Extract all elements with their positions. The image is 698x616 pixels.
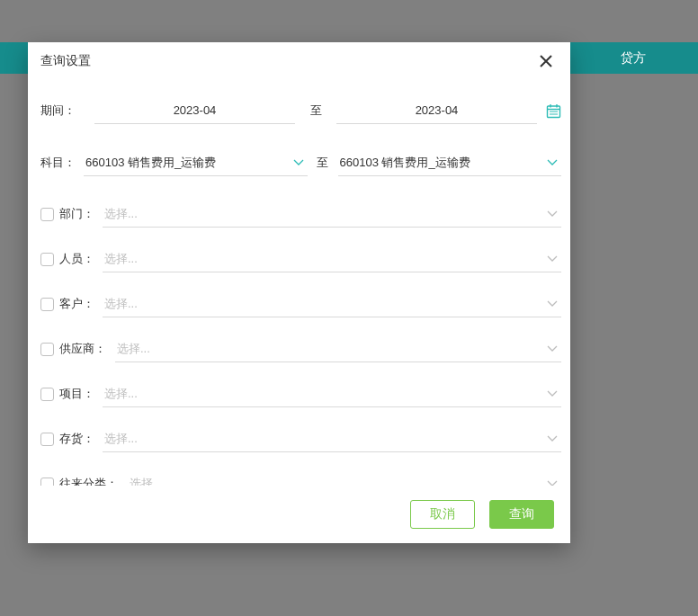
checkbox-project[interactable] [40,388,54,401]
filter-row-department: 部门：选择... [40,192,561,237]
modal-footer: 取消 查询 [28,486,570,543]
chevron-down-icon [547,300,558,308]
chevron-down-icon[interactable] [293,159,304,166]
checkbox-supplier[interactable] [40,343,54,356]
subject-to-wrap[interactable]: 660103 销售费用_运输费 [338,149,562,176]
query-settings-modal: 查询设置 期间： 至 [28,42,570,543]
checkbox-inventory[interactable] [40,433,54,446]
checkbox-customer[interactable] [40,298,54,311]
checkbox-person[interactable] [40,253,54,266]
period-row: 期间： 至 [40,93,561,129]
filter-select-supplier[interactable]: 选择... [115,335,561,362]
period-from-wrap[interactable] [94,97,295,124]
filter-placeholder: 选择... [103,251,547,267]
filter-label-inventory: 存货： [59,431,97,447]
filter-placeholder: 选择... [103,386,547,402]
checkbox-department[interactable] [40,208,54,221]
filter-row-inventory: 存货：选择... [40,416,561,461]
period-to-input[interactable] [336,103,537,117]
cancel-button[interactable]: 取消 [410,500,475,529]
filter-placeholder: 选择... [115,341,547,357]
subject-from-value: 660103 销售费用_运输费 [84,155,293,171]
filter-row-contact-cat: 往来分类：选择... [40,461,561,486]
filter-select-person[interactable]: 选择... [103,246,561,272]
filter-select-customer[interactable]: 选择... [103,290,561,317]
period-label: 期间： [40,103,94,119]
filter-label-department: 部门： [59,206,97,222]
subject-from-wrap[interactable]: 660103 销售费用_运输费 [84,149,308,176]
chevron-down-icon [547,435,558,442]
filter-placeholder: 选择... [103,296,547,312]
subject-label: 科目： [40,155,84,171]
period-from-input[interactable] [94,103,295,117]
filter-label-person: 人员： [59,251,97,267]
period-to-wrap[interactable] [336,97,537,124]
subject-to-value: 660103 销售费用_运输费 [338,155,548,171]
modal-title: 查询设置 [40,53,91,69]
filter-select-contact-cat[interactable]: 选择... [128,470,561,486]
filter-row-person: 人员：选择... [40,237,561,281]
submit-button[interactable]: 查询 [489,500,554,529]
filter-select-inventory[interactable]: 选择... [103,425,561,452]
checkbox-contact-cat[interactable] [40,478,54,487]
chevron-down-icon [547,390,558,397]
subject-row: 科目： 660103 销售费用_运输费 至 660103 销售费用_运输费 [40,145,561,181]
filter-label-project: 项目： [59,386,97,402]
chevron-down-icon [547,255,558,263]
period-separator: 至 [295,103,336,119]
filter-row-customer: 客户：选择... [40,281,561,326]
tab-credit[interactable]: 贷方 [568,42,698,74]
chevron-down-icon [547,210,558,218]
filter-label-customer: 客户： [59,296,97,312]
filter-label-supplier: 供应商： [59,341,110,357]
filter-select-project[interactable]: 选择... [103,380,561,407]
modal-body: 期间： 至 科目： 660103 销 [28,80,570,486]
filter-row-supplier: 供应商：选择... [40,326,561,371]
chevron-down-icon[interactable] [547,159,558,166]
filter-select-department[interactable]: 选择... [103,201,561,228]
filter-placeholder: 选择... [103,206,547,222]
filter-placeholder: 选择... [103,431,547,447]
calendar-icon[interactable] [546,103,561,119]
filter-placeholder: 选择... [128,476,547,487]
filter-label-contact-cat: 往来分类： [59,476,122,486]
filter-row-project: 项目：选择... [40,371,561,416]
close-icon[interactable] [534,51,558,71]
modal-header: 查询设置 [28,42,570,80]
subject-separator: 至 [308,155,338,171]
chevron-down-icon [547,345,558,353]
